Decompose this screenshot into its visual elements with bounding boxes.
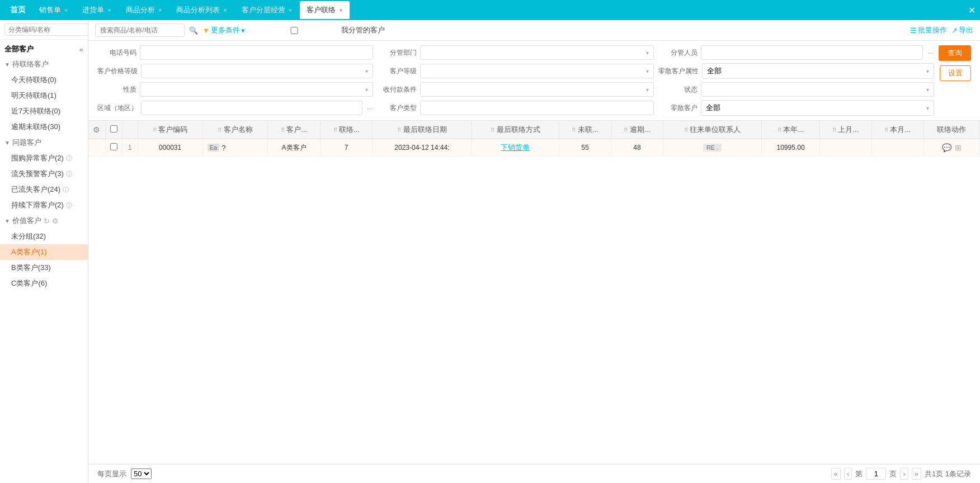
col-uncontacted[interactable]: ⠿ 未联... [559, 121, 611, 139]
sidebar-item-overdue[interactable]: 逾期未联络(30) [0, 119, 88, 135]
chevron-down-icon: ▾ [646, 87, 649, 93]
batch-op-button[interactable]: ☰ 批量操作 [910, 25, 947, 35]
prev-page-button[interactable]: ‹ [844, 468, 852, 480]
col-contact[interactable]: ⠿ 联络... [321, 121, 373, 139]
col-type[interactable]: ⠿ 客户... [268, 121, 321, 139]
nav-tab-sales[interactable]: 销售单 × [32, 1, 74, 19]
col-last-month[interactable]: ⠿ 上月... [819, 121, 871, 139]
my-customer-check[interactable] [249, 27, 339, 34]
close-icon[interactable]: × [107, 7, 111, 13]
row-last-method[interactable]: 下销货单 [472, 139, 559, 157]
col-this-month[interactable]: ⠿ 本月... [871, 121, 924, 139]
close-icon[interactable]: × [289, 7, 292, 13]
select-all-checkbox[interactable] [110, 125, 117, 132]
filter-search-icon[interactable]: 🔍 [189, 26, 198, 35]
sidebar-item-b-class[interactable]: B类客户(33) [0, 260, 88, 276]
nature-input[interactable]: ▾ [140, 82, 373, 97]
close-all-button[interactable]: ✕ [968, 5, 976, 16]
sidebar-item-a-class[interactable]: A类客户(1) [0, 244, 88, 260]
sidebar-group-problem[interactable]: ▼ 问题客户 [0, 135, 88, 150]
filter-icon: ▼ [202, 26, 210, 35]
query-button[interactable]: 查询 [939, 45, 971, 61]
content-area: 🔍 ▼ 更多条件 ▾ 我分管的客户 ☰ 批量操作 ↗ 导出 [88, 20, 980, 483]
sidebar-item-c-class[interactable]: C类客户(6) [0, 276, 88, 291]
sidebar-item-abnormal[interactable]: 囤购异常客户(2) ⓘ [0, 150, 88, 166]
row-select-checkbox[interactable] [110, 143, 117, 150]
first-page-button[interactable]: « [831, 468, 841, 480]
info-icon: ⓘ [66, 201, 72, 210]
search-input[interactable] [95, 23, 185, 37]
col-sort-icon: ⠿ [778, 127, 781, 133]
next-page-button[interactable]: › [900, 468, 908, 480]
sidebar-item-churn-warning[interactable]: 流失预警客户(3) ⓘ [0, 166, 88, 182]
close-icon[interactable]: × [158, 7, 162, 13]
chevron-down-icon: ▾ [646, 50, 649, 56]
row-type: A类客户 [268, 139, 321, 157]
field-dept: 分管部门 ▾ [378, 45, 653, 60]
sidebar-item-declining[interactable]: 持续下滑客户(2) ⓘ [0, 197, 88, 213]
sidebar-item-ungrouped[interactable]: 未分组(32) [0, 229, 88, 244]
top-nav: 首页 销售单 × 进货单 × 商品分析 × 商品分析列表 × 客户分层经营 × … [0, 0, 980, 20]
col-checkbox[interactable] [105, 121, 122, 139]
close-icon[interactable]: × [64, 7, 68, 13]
col-code[interactable]: ⠿ 客户编码 [138, 121, 202, 139]
gear-icon[interactable]: ⚙ [93, 125, 100, 134]
sidebar-collapse-button[interactable]: « [79, 45, 83, 54]
row-last-month [819, 139, 871, 157]
settings-button[interactable]: 设置 [940, 65, 971, 81]
col-this-year[interactable]: ⠿ 本年... [762, 121, 819, 139]
close-icon[interactable]: × [339, 7, 342, 13]
export-button[interactable]: ↗ 导出 [951, 25, 973, 35]
more-icon[interactable]: ··· [927, 48, 934, 57]
chevron-down-icon: ▾ [926, 68, 929, 74]
phone-input[interactable] [140, 45, 373, 60]
record-icon[interactable]: ⊞ [955, 143, 962, 152]
footer-pagination: « ‹ 第 页 › » 共1页 1条记录 [831, 468, 971, 480]
sidebar-search-input[interactable] [4, 23, 88, 36]
per-page-select[interactable]: 50 [131, 468, 152, 479]
nav-tab-customer-contact[interactable]: 客户联络 × [300, 1, 349, 19]
nav-tab-analysis[interactable]: 商品分析 × [119, 1, 168, 19]
sidebar-item-today[interactable]: 今天待联络(0) [0, 72, 88, 88]
price-level-input[interactable]: ▾ [141, 64, 373, 78]
col-gear[interactable]: ⚙ [88, 121, 105, 139]
total-records: 共1页 1条记录 [925, 469, 971, 479]
region-input[interactable] [141, 101, 362, 115]
nav-tab-customer-mgmt[interactable]: 客户分层经营 × [235, 1, 299, 19]
col-unit-contact[interactable]: ⠿ 往来单位联系人 [663, 121, 761, 139]
retail-input[interactable]: 全部 ▾ [701, 100, 934, 116]
sidebar-group-value[interactable]: ▼ 价值客户 ↻ ⚙ [0, 213, 88, 229]
status-input[interactable]: ▾ [701, 82, 934, 97]
manager-input[interactable] [701, 45, 924, 60]
dept-input[interactable]: ▾ [420, 45, 653, 60]
more-icon[interactable]: ··· [367, 103, 374, 112]
settings-icon[interactable]: ⚙ [52, 217, 59, 225]
advanced-filter: 电话号码 分管部门 ▾ [88, 41, 980, 121]
col-sort-icon: ⠿ [884, 127, 888, 133]
col-last-date[interactable]: ⠿ 最后联络日期 [373, 121, 472, 139]
nav-tab-analysis-list[interactable]: 商品分析列表 × [169, 1, 233, 19]
nav-home[interactable]: 首页 [4, 3, 31, 17]
sidebar-item-churned[interactable]: 已流失客户(24) ⓘ [0, 182, 88, 197]
customer-level-input[interactable]: ▾ [420, 64, 653, 78]
sidebar-item-7days[interactable]: 近7天待联络(0) [0, 103, 88, 119]
payment-input[interactable]: ▾ [420, 82, 653, 97]
field-price-level: 客户价格等级 ▾ [97, 64, 373, 78]
sidebar-item-tomorrow[interactable]: 明天待联络(1) [0, 88, 88, 103]
col-name[interactable]: ⠿ 客户名称 [202, 121, 267, 139]
nav-tab-purchase[interactable]: 进货单 × [76, 1, 117, 19]
last-page-button[interactable]: » [912, 468, 921, 480]
col-last-method[interactable]: ⠿ 最后联络方式 [472, 121, 559, 139]
my-customer-checkbox[interactable]: 我分管的客户 [249, 25, 385, 35]
row-checkbox[interactable] [105, 139, 122, 157]
page-number-input[interactable] [866, 468, 886, 480]
last-method-link[interactable]: 下销货单 [501, 143, 530, 151]
retail-attr-input[interactable]: 全部 ▾ [702, 63, 934, 79]
sidebar-group-pending[interactable]: ▼ 待联络客户 [0, 56, 88, 72]
close-icon[interactable]: × [223, 7, 227, 13]
col-overdue[interactable]: ⠿ 逾期... [611, 121, 663, 139]
customer-type-input[interactable] [420, 101, 653, 115]
message-icon[interactable]: 💬 [942, 143, 951, 152]
more-filter-button[interactable]: ▼ 更多条件 ▾ [202, 25, 245, 35]
refresh-icon[interactable]: ↻ [44, 217, 50, 225]
